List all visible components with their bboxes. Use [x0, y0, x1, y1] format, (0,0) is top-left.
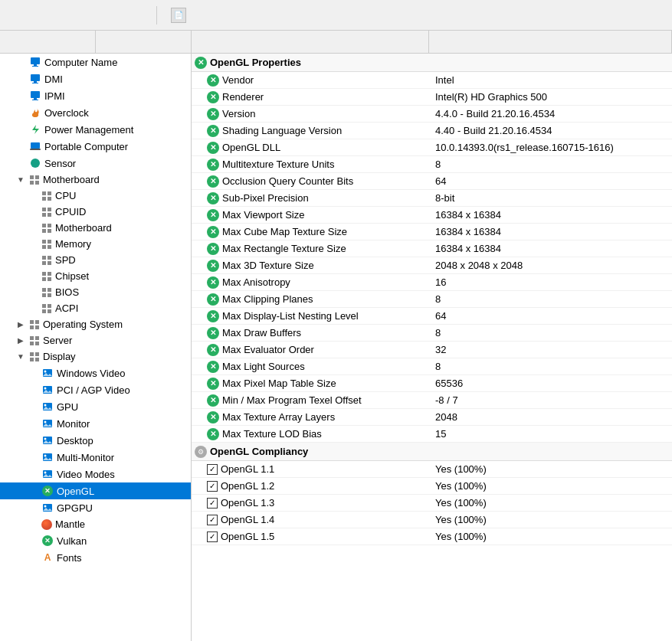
svg-rect-54 — [35, 336, 39, 340]
sidebar-item-operating-system[interactable]: ▶Operating System — [0, 316, 191, 332]
sidebar-item-memory[interactable]: Memory — [0, 236, 191, 252]
sidebar-item-mantle[interactable]: Mantle — [0, 516, 191, 532]
value-cell-19: 65536 — [429, 376, 672, 391]
user-button[interactable] — [104, 5, 124, 25]
section-label-23: OpenGL Compliancy — [210, 446, 308, 457]
sidebar-item-portable-computer[interactable]: Portable Computer — [0, 138, 191, 155]
sidebar-item-power-management[interactable]: Power Management — [0, 121, 191, 138]
sidebar-label-operating-system: Operating System — [43, 319, 123, 330]
sidebar-menu-tab[interactable] — [0, 31, 96, 53]
section-row-0: ✕OpenGL Properties — [192, 54, 672, 72]
value-cell-28: Yes (100%) — [429, 529, 672, 544]
forward-button[interactable] — [31, 5, 51, 25]
svg-rect-15 — [30, 181, 34, 185]
svg-rect-1 — [34, 64, 37, 66]
row-icon-12: ✕ — [207, 260, 219, 272]
field-text-21: Max Texture Array Layers — [222, 411, 335, 423]
row-icon-26: ✓ — [207, 498, 218, 509]
sidebar-item-video-modes[interactable]: Video Modes — [0, 466, 191, 482]
content-row-3: ✕Version4.4.0 - Build 21.20.16.4534 — [192, 106, 672, 123]
sidebar-icon-cpu — [41, 191, 52, 201]
sidebar-item-display-group[interactable]: ▼Display — [0, 348, 191, 365]
svg-rect-22 — [48, 208, 51, 211]
svg-rect-14 — [35, 175, 39, 179]
svg-rect-13 — [30, 175, 34, 179]
value-cell-10: 16384 x 16384 — [429, 224, 672, 239]
value-cell-26: Yes (100%) — [429, 495, 672, 510]
field-text-11: Max Rectangle Texture Size — [222, 243, 346, 254]
up-button[interactable] — [55, 5, 75, 25]
back-button[interactable] — [6, 5, 26, 25]
sidebar-item-gpgpu[interactable]: GPGPU — [0, 499, 191, 516]
field-cell-17: ✕Max Evaluator Order — [192, 342, 429, 358]
sidebar-icon-spd — [41, 255, 52, 266]
sidebar-item-cpuid[interactable]: CPUID — [0, 204, 191, 220]
sidebar-item-monitor[interactable]: Monitor — [0, 415, 191, 432]
sidebar-icon-dmi — [29, 73, 41, 85]
refresh-button[interactable] — [80, 5, 100, 25]
row-icon-15: ✕ — [207, 310, 219, 322]
svg-rect-55 — [30, 342, 34, 345]
svg-rect-45 — [42, 304, 46, 308]
sidebar-item-server[interactable]: ▶Server — [0, 332, 191, 348]
svg-rect-52 — [35, 325, 39, 329]
expand-icon-operating-system: ▶ — [15, 319, 26, 330]
svg-point-76 — [44, 505, 47, 508]
sidebar-icon-memory — [41, 239, 52, 250]
sidebar-item-vulkan[interactable]: ✕Vulkan — [0, 532, 191, 549]
sidebar-label-chipset: Chipset — [55, 270, 89, 282]
row-icon-6: ✕ — [207, 159, 219, 171]
sidebar-item-windows-video[interactable]: Windows Video — [0, 365, 191, 381]
svg-rect-60 — [35, 358, 39, 361]
field-cell-21: ✕Max Texture Array Layers — [192, 410, 429, 425]
row-icon-22: ✕ — [207, 428, 219, 440]
sidebar-item-multi-monitor[interactable]: Multi-Monitor — [0, 449, 191, 466]
sidebar-item-desktop[interactable]: Desktop — [0, 432, 191, 449]
sidebar-item-bios[interactable]: BIOS — [0, 284, 191, 300]
sidebar-item-fonts[interactable]: AFonts — [0, 549, 191, 566]
sidebar-item-computer-name[interactable]: Computer Name — [0, 54, 191, 70]
sidebar-item-sensor[interactable]: Sensor — [0, 155, 191, 172]
opengl-section-icon: ✕ — [195, 57, 207, 69]
svg-point-74 — [44, 472, 47, 474]
svg-rect-42 — [48, 288, 51, 292]
sidebar-favorites-tab[interactable] — [96, 31, 191, 53]
sidebar-item-acpi[interactable]: ACPI — [0, 300, 191, 316]
sidebar-item-opengl[interactable]: ✕OpenGL — [0, 482, 191, 499]
svg-rect-51 — [30, 325, 34, 329]
sidebar-icon-gpgpu — [41, 502, 54, 514]
sidebar-item-chipset[interactable]: Chipset — [0, 268, 191, 284]
svg-rect-3 — [31, 74, 40, 81]
sidebar-item-ipmi[interactable]: IPMI — [0, 87, 191, 104]
expand-icon-motherboard-group: ▼ — [15, 175, 26, 185]
sidebar-item-dmi[interactable]: DMI — [0, 70, 191, 87]
sidebar-item-cpu[interactable]: CPU — [0, 188, 191, 204]
content-row-5: ✕OpenGL DLL10.0.14393.0(rs1_release.1607… — [192, 139, 672, 156]
content-area: ✕OpenGL Properties✕VendorIntel✕RendererI… — [192, 31, 672, 641]
sidebar-label-overclock: Overclock — [44, 107, 89, 119]
svg-rect-32 — [48, 245, 51, 249]
sidebar-item-overclock[interactable]: Overclock — [0, 104, 191, 121]
chart-button[interactable] — [129, 5, 149, 25]
value-cell-12: 2048 x 2048 x 2048 — [429, 258, 672, 273]
sidebar-label-bios: BIOS — [55, 286, 79, 298]
field-cell-4: ✕Shading Language Version — [192, 123, 429, 139]
content-header — [192, 31, 672, 54]
content-row-12: ✕Max 3D Texture Size2048 x 2048 x 2048 — [192, 257, 672, 274]
svg-rect-47 — [42, 309, 46, 313]
sidebar-item-motherboard-sub[interactable]: Motherboard — [0, 220, 191, 236]
row-icon-28: ✓ — [207, 531, 218, 542]
sidebar-item-spd[interactable]: SPD — [0, 252, 191, 268]
sidebar-icon-monitor — [41, 417, 54, 430]
svg-point-64 — [44, 388, 47, 390]
field-text-19: Max Pixel Map Table Size — [222, 378, 336, 389]
sidebar-item-pci-agp-video[interactable]: PCI / AGP Video — [0, 381, 191, 398]
svg-rect-28 — [48, 229, 51, 233]
svg-rect-11 — [30, 149, 41, 150]
value-column-header — [429, 31, 672, 53]
content-row-26: ✓OpenGL 1.3Yes (100%) — [192, 495, 672, 512]
sidebar-item-motherboard-group[interactable]: ▼Motherboard — [0, 172, 191, 188]
row-icon-7: ✕ — [207, 175, 219, 188]
sidebar-item-gpu[interactable]: GPU — [0, 398, 191, 415]
content-row-27: ✓OpenGL 1.4Yes (100%) — [192, 512, 672, 528]
